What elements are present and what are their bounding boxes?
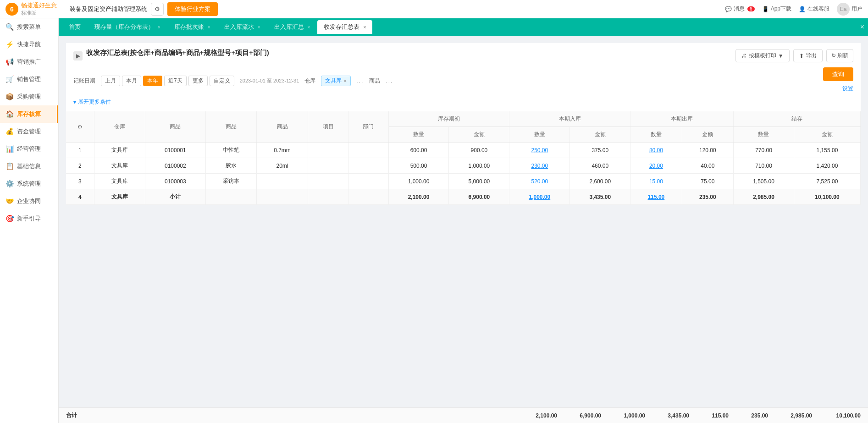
tab-inout-summary-close[interactable]: × [308, 25, 310, 30]
tab-receipt-summary[interactable]: 收发存汇总表 × [317, 20, 372, 34]
sidebar-item-finance[interactable]: 💰 资金管理 [0, 123, 58, 140]
footer-out-amt: 235.00 [736, 412, 768, 419]
subtotal-open-amt: 6,900.00 [449, 189, 509, 205]
cell-in-amt: 2,600.00 [570, 174, 630, 189]
expand-toggle-button[interactable]: ▶ [73, 51, 83, 60]
sidebar-item-operations[interactable]: 📊 经营管理 [0, 140, 58, 158]
close-all-tabs-button[interactable]: × [860, 23, 864, 31]
subtotal-no: 4 [66, 189, 94, 205]
sidebar-item-system[interactable]: ⚙️ 系统管理 [0, 175, 58, 192]
online-support-item[interactable]: 👤 在线客服 [799, 5, 829, 13]
subtotal-out-amt: 235.00 [682, 189, 733, 205]
th-goods-code: 商品 [145, 111, 205, 143]
date-7days-button[interactable]: 近7天 [164, 76, 187, 86]
tab-flow-close[interactable]: × [258, 25, 260, 30]
date-custom-button[interactable]: 自定义 [210, 76, 234, 86]
sidebar-item-basic[interactable]: 📋 基础信息 [0, 158, 58, 175]
cell-out-qty[interactable]: 15.00 [630, 174, 682, 189]
th-out-amt: 金额 [682, 127, 733, 143]
sidebar-item-inventory[interactable]: 🏠 库存核算 [0, 105, 58, 123]
download-icon: 📱 [762, 6, 769, 12]
footer-open-qty: 2,100.00 [536, 412, 557, 419]
th-settings[interactable]: ⚙ [66, 111, 94, 143]
cell-no: 3 [66, 174, 94, 189]
date-more-button[interactable]: 更多 [188, 76, 208, 86]
tab-flow[interactable]: 出入库流水 × [218, 20, 267, 34]
tab-inout-summary[interactable]: 出入库汇总 × [268, 20, 317, 34]
warehouse-filter-label: 仓库 [304, 77, 315, 85]
settings-gear-button[interactable]: ⚙ [151, 3, 164, 16]
subtotal-open-qty: 2,100.00 [388, 189, 449, 205]
filter-row-1: 记账日期 上月 本月 本年 近7天 更多 自定义 2023-01-01 至 20… [73, 67, 853, 94]
tab-receipt-summary-close[interactable]: × [363, 25, 366, 30]
warehouse-more-dots[interactable]: ... [356, 78, 364, 84]
cell-out-qty[interactable]: 20.00 [630, 158, 682, 174]
th-group-in: 本期入库 [509, 111, 630, 127]
sidebar-item-marketing[interactable]: 📢 营销推广 [0, 53, 58, 71]
cell-goods-name: 中性笔 [205, 143, 256, 158]
notifications-item[interactable]: 💬 消息 6 [725, 5, 755, 13]
app-download-item[interactable]: 📱 App下载 [762, 5, 791, 13]
tab-home[interactable]: 首页 [62, 20, 87, 34]
export-label: 导出 [806, 52, 817, 60]
logo-area: 6 畅捷通好生意 标准版 [6, 2, 57, 16]
print-template-button[interactable]: 🖨 按模板打印 ▼ [735, 49, 790, 62]
tab-stock-dist-close[interactable]: × [158, 25, 160, 30]
system-icon: ⚙️ [6, 180, 14, 188]
cell-in-amt: 375.00 [570, 143, 630, 158]
date-this-month-button[interactable]: 本月 [122, 76, 141, 86]
cell-in-qty[interactable]: 520.00 [509, 174, 570, 189]
sidebar-item-enterprise[interactable]: 🤝 企业协同 [0, 192, 58, 210]
cell-in-qty[interactable]: 250.00 [509, 143, 570, 158]
expand-more-conditions[interactable]: ▾ 展开更多条件 [73, 98, 853, 106]
subtotal-warehouse: 文具库 [94, 189, 145, 205]
chevron-down-icon: ▼ [778, 53, 784, 59]
system-name: 装备及固定资产辅助管理系统 [70, 5, 147, 13]
subtotal-out-qty[interactable]: 115.00 [630, 189, 682, 205]
table-row: 3 文具库 0100003 采访本 1,000.00 5,000.00 520.… [66, 174, 861, 189]
cell-bal-amt: 7,525.00 [794, 174, 860, 189]
print-icon: 🖨 [741, 53, 747, 59]
date-range-display: 2023-01-01 至 2023-12-31 [240, 77, 299, 84]
expand-label: 展开更多条件 [78, 98, 111, 106]
sidebar-item-sales[interactable]: 🛒 销售管理 [0, 71, 58, 88]
goods-more-dots[interactable]: ... [386, 78, 393, 84]
sidebar-item-purchase[interactable]: 📦 采购管理 [0, 88, 58, 105]
tab-batch-close[interactable]: × [208, 25, 210, 30]
sidebar-item-quick-nav[interactable]: ⚡ 快捷导航 [0, 36, 58, 53]
footer-in-qty: 1,000.00 [608, 412, 645, 419]
cell-out-qty[interactable]: 80.00 [630, 143, 682, 158]
footer-open-amt: 6,900.00 [564, 412, 601, 419]
date-last-month-button[interactable]: 上月 [101, 76, 120, 86]
page-header: ▶ 收发存汇总表(按仓库+商品编码+商品+规格型号+项目+部门) 🖨 按模板打印… [66, 43, 861, 63]
user-item[interactable]: Ea 用户 [837, 3, 862, 16]
logo-icon: 6 [6, 3, 18, 16]
tab-stock-dist[interactable]: 现存量（库存分布表） × [88, 20, 167, 34]
sidebar-item-label: 快捷导航 [17, 40, 41, 49]
th-warehouse: 仓库 [94, 111, 145, 143]
trial-button[interactable]: 体验行业方案 [167, 2, 218, 16]
right-actions: 🖨 按模板打印 ▼ ⬆ 导出 ↻ 刷新 [735, 49, 853, 62]
cell-in-qty[interactable]: 230.00 [509, 158, 570, 174]
notification-icon: 💬 [725, 6, 732, 12]
cell-dept [348, 174, 388, 189]
search-icon: 🔍 [6, 23, 14, 31]
table-settings-link[interactable]: 设置 [842, 83, 853, 94]
cell-warehouse: 文具库 [94, 143, 145, 158]
operations-icon: 📊 [6, 145, 14, 153]
warehouse-tag-remove[interactable]: × [343, 78, 347, 84]
query-button[interactable]: 查询 [823, 67, 853, 81]
date-this-year-button[interactable]: 本年 [143, 76, 162, 86]
total-label: 合计 [66, 412, 77, 419]
tabs-bar: 首页 现存量（库存分布表） × 库存批次账 × 出入库流水 × 出入库汇总 × [59, 18, 868, 36]
sidebar-item-newbie[interactable]: 🎯 新手引导 [0, 210, 58, 227]
tab-batch-label: 库存批次账 [174, 23, 204, 31]
tab-batch[interactable]: 库存批次账 × [168, 20, 217, 34]
export-button[interactable]: ⬆ 导出 [793, 49, 823, 62]
table-footer: 合计 2,100.00 6,900.00 1,000.00 3,435.00 1… [59, 407, 868, 423]
content-area: 首页 现存量（库存分布表） × 库存批次账 × 出入库流水 × 出入库汇总 × [59, 18, 868, 423]
subtotal-in-qty[interactable]: 1,000.00 [509, 189, 570, 205]
refresh-button[interactable]: ↻ 刷新 [826, 49, 853, 62]
sidebar-item-search[interactable]: 🔍 搜索菜单 [0, 18, 58, 36]
th-open-qty: 数量 [388, 127, 449, 143]
